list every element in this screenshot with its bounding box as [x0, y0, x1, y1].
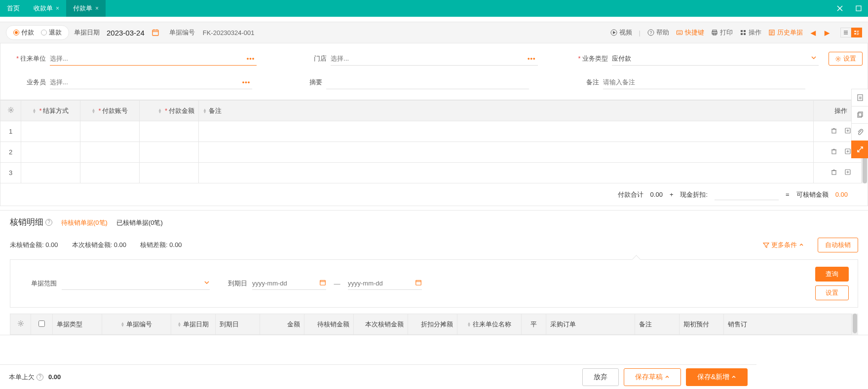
dock-attachment-icon[interactable]	[851, 123, 868, 141]
col-purchase-order[interactable]: 采购订单	[546, 314, 635, 335]
svg-rect-31	[857, 31, 859, 32]
due-date-from[interactable]	[252, 277, 326, 290]
query-button[interactable]: 查询	[815, 267, 849, 282]
col-balance[interactable]: 平	[522, 314, 546, 335]
prev-bill-button[interactable]: ◀	[810, 29, 817, 36]
auto-writeoff-button[interactable]: 自动核销	[818, 238, 858, 252]
svg-rect-19	[741, 30, 743, 32]
svg-rect-30	[855, 31, 856, 32]
svg-text:草: 草	[858, 96, 862, 100]
partner-label: *往来单位	[5, 54, 50, 63]
col-bill-date[interactable]: ▲▼单据日期	[171, 314, 216, 335]
calendar-icon[interactable]	[319, 279, 326, 287]
partner-input[interactable]: •••	[50, 52, 257, 66]
calendar-icon[interactable]	[415, 279, 422, 287]
view-mode-list[interactable]	[840, 28, 851, 37]
delete-row-icon[interactable]	[830, 169, 837, 177]
tab-receipt[interactable]: 收款单×	[27, 0, 66, 17]
right-dock: 草	[851, 89, 868, 158]
chevron-down-icon[interactable]	[809, 55, 819, 62]
biztype-select[interactable]: 应付款	[612, 52, 819, 66]
tab-home[interactable]: 首页	[0, 0, 27, 17]
grid-row[interactable]: 1	[0, 121, 868, 142]
col-account[interactable]: ▲▼*付款账号	[80, 101, 140, 121]
ellipsis-icon[interactable]: •••	[240, 78, 253, 86]
tab-payment[interactable]: 付款单×	[66, 0, 106, 17]
dock-expand-icon[interactable]	[851, 141, 868, 158]
col-initial-prepay[interactable]: 期初预付	[679, 314, 724, 335]
print-link[interactable]: 打印	[711, 28, 733, 37]
col-bill-no[interactable]: ▲▼单据编号	[102, 314, 171, 335]
close-icon[interactable]: ×	[56, 5, 59, 12]
view-mode-detail[interactable]	[851, 28, 862, 37]
help-link[interactable]: ?帮助	[647, 28, 669, 37]
window-expand-button[interactable]	[849, 0, 868, 17]
ellipsis-icon[interactable]: •••	[245, 55, 257, 62]
bill-date-value[interactable]: 2023-03-24	[107, 29, 145, 37]
due-date-to[interactable]	[348, 277, 422, 290]
grid-settings-header[interactable]	[10, 314, 31, 335]
add-row-icon[interactable]	[844, 127, 851, 136]
col-settle-method[interactable]: ▲▼*结算方式	[21, 101, 80, 121]
bill-range-select[interactable]	[62, 277, 210, 290]
col-remark[interactable]: ▲▼备注	[199, 101, 814, 121]
save-new-button[interactable]: 保存&新增	[686, 368, 748, 386]
summary-input[interactable]	[326, 75, 528, 89]
svg-rect-38	[832, 129, 836, 133]
operate-link[interactable]: 操作	[740, 28, 761, 37]
calendar-icon[interactable]	[151, 29, 159, 36]
col-checkbox[interactable]	[31, 314, 53, 335]
discard-button[interactable]: 放弃	[582, 368, 619, 386]
col-amount[interactable]: ▲▼*付款金额	[140, 101, 199, 121]
more-conditions-toggle[interactable]: 更多条件	[763, 241, 804, 249]
svg-rect-35	[857, 35, 859, 35]
radio-refund[interactable]: 退款	[41, 28, 62, 37]
delete-row-icon[interactable]	[830, 148, 837, 156]
next-bill-button[interactable]: ▶	[824, 29, 830, 36]
radio-pay[interactable]: 付款	[13, 28, 34, 37]
history-link[interactable]: 历史单据	[768, 28, 803, 37]
col-sales-order[interactable]: 销售订	[724, 314, 858, 335]
window-close-button[interactable]	[830, 0, 849, 17]
dock-copy-icon[interactable]	[851, 106, 868, 124]
svg-rect-2	[856, 6, 861, 11]
select-all-checkbox[interactable]	[38, 320, 45, 327]
add-row-icon[interactable]	[844, 148, 851, 156]
grid-row[interactable]: 3	[0, 163, 868, 183]
grid-row[interactable]: 2	[0, 142, 868, 163]
col-remark[interactable]: 备注	[635, 314, 679, 335]
writeoff-section: 核销明细? 待核销单据(0笔) 已核销单据(0笔) 未核销金额: 0.00 本次…	[0, 210, 868, 335]
view-mode-switch	[840, 28, 862, 37]
tab-pending-writeoff[interactable]: 待核销单据(0笔)	[61, 218, 108, 227]
col-pending-amount[interactable]: 待核销金额	[304, 314, 354, 335]
tab-done-writeoff[interactable]: 已核销单据(0笔)	[116, 218, 163, 227]
video-link[interactable]: 视频	[610, 28, 632, 37]
help-icon[interactable]: ?	[37, 374, 43, 381]
ellipsis-icon[interactable]: •••	[526, 55, 538, 62]
add-row-icon[interactable]	[844, 169, 851, 177]
shortcut-link[interactable]: 快捷键	[676, 28, 704, 37]
settings-button[interactable]: 设置	[829, 52, 863, 66]
stat-uncleared: 未核销金额: 0.00	[10, 241, 58, 249]
col-discount-share[interactable]: 折扣分摊额	[408, 314, 457, 335]
dock-draft-icon[interactable]: 草	[851, 89, 868, 106]
remark-label: 备注	[559, 78, 603, 87]
col-this-amount[interactable]: 本次核销金额	[354, 314, 408, 335]
col-partner-name[interactable]: ▲▼往来单位名称	[457, 314, 522, 335]
save-draft-button[interactable]: 保存草稿	[624, 368, 681, 386]
close-icon[interactable]: ×	[95, 5, 99, 12]
detail-grid-scrollbar[interactable]	[851, 314, 858, 335]
chevron-down-icon[interactable]	[204, 280, 210, 287]
help-icon[interactable]: ?	[45, 219, 52, 226]
discount-input[interactable]	[715, 189, 779, 200]
col-amount[interactable]: 金额	[260, 314, 304, 335]
svg-rect-22	[744, 33, 746, 35]
store-input[interactable]: •••	[331, 52, 537, 66]
salesman-input[interactable]: •••	[50, 75, 252, 89]
grid-settings-header[interactable]	[0, 101, 21, 121]
col-due-date[interactable]: 到期日	[216, 314, 260, 335]
delete-row-icon[interactable]	[830, 127, 837, 136]
col-bill-type[interactable]: 单据类型	[53, 314, 102, 335]
remark-input[interactable]	[603, 75, 805, 89]
filter-settings-button[interactable]: 设置	[815, 285, 849, 300]
